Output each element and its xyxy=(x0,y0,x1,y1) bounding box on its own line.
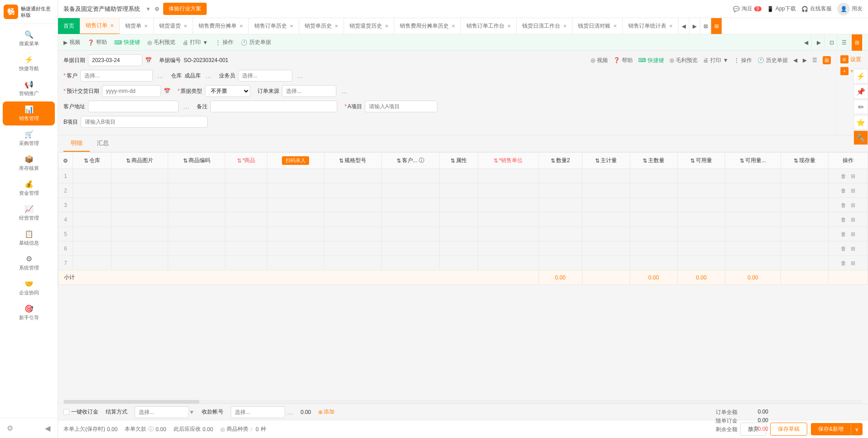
row-unit-4[interactable] xyxy=(478,227,538,241)
row-spec-2[interactable] xyxy=(324,198,381,212)
one-click-checkbox[interactable] xyxy=(63,409,69,415)
industry-solution-button[interactable]: 体验行业方案 xyxy=(163,3,207,15)
sidebar-item-7[interactable]: 📈经营管理 xyxy=(3,201,55,225)
user-item[interactable]: 👤 用友 xyxy=(837,3,863,15)
row-custcode-3[interactable] xyxy=(381,212,439,227)
staff-ellipsis[interactable]: … xyxy=(297,72,303,79)
toolbar-shortcut2[interactable]: ⌨ 快捷键 xyxy=(638,57,664,64)
tab-1[interactable]: 销售订单✕ xyxy=(80,18,120,34)
row-attr-0[interactable] xyxy=(440,169,478,183)
tab-close-4[interactable]: ✕ xyxy=(239,24,243,29)
row-attr-2[interactable] xyxy=(440,198,478,212)
account-ellipsis[interactable]: … xyxy=(287,409,293,416)
tab-close-3[interactable]: ✕ xyxy=(184,24,187,29)
sidebar-item-10[interactable]: 🤝企业协同 xyxy=(3,276,55,300)
th-unit[interactable]: ⇅ *销售单位 xyxy=(478,153,538,169)
row-qty2-5[interactable] xyxy=(538,241,582,256)
toolbar-hist2[interactable]: 🕐 历史单据 xyxy=(757,57,788,64)
row-unit-0[interactable] xyxy=(478,169,538,183)
row-copy-icon-1[interactable]: ⊞ xyxy=(851,188,855,194)
row-custcode-1[interactable] xyxy=(381,183,439,198)
warehouse-ellipsis[interactable]: … xyxy=(205,72,212,79)
customer-ellipsis[interactable]: … xyxy=(157,72,164,79)
float-btn-1[interactable]: ⚡ xyxy=(853,69,868,83)
delivery-calendar-icon[interactable]: 📅 xyxy=(164,88,170,94)
tab-close-1[interactable]: ✕ xyxy=(110,23,114,28)
row-qty2-1[interactable] xyxy=(538,183,582,198)
row-qty2-4[interactable] xyxy=(538,227,582,241)
sidebar-item-8[interactable]: 📋基础信息 xyxy=(3,226,55,250)
row-code-6[interactable] xyxy=(168,256,225,270)
order-source-input[interactable] xyxy=(282,85,336,97)
row-spec-0[interactable] xyxy=(324,169,381,183)
row-delete-icon-3[interactable]: 🗑 xyxy=(841,217,846,223)
settings-icon[interactable]: ⚙ xyxy=(4,422,16,434)
th-spec[interactable]: ⇅ 规格型号 xyxy=(324,153,381,169)
th-image[interactable]: ⇅ 商品图片 xyxy=(111,153,168,169)
row-delete-icon-6[interactable]: 🗑 xyxy=(841,260,846,266)
row-copy-icon-2[interactable]: ⊞ xyxy=(851,202,855,208)
row-warehouse-1[interactable] xyxy=(73,183,112,198)
settings-action-btn[interactable]: ⚙ 设置 xyxy=(840,54,864,64)
tab-10[interactable]: 钱货日清工作台✕ xyxy=(517,18,572,34)
row-goods-6[interactable] xyxy=(225,256,267,270)
settings-gear-icon[interactable]: ⚙ xyxy=(155,6,160,12)
tab-11[interactable]: 钱货日清对账✕ xyxy=(572,18,623,34)
float-btn-2[interactable]: 📌 xyxy=(853,84,868,99)
row-unit-5[interactable] xyxy=(478,241,538,256)
layout-grid-icon[interactable]: ⊞ xyxy=(823,56,831,64)
row-mainqty-4[interactable] xyxy=(630,227,677,241)
th-scan[interactable]: 扫码录入 xyxy=(267,153,324,169)
row-warehouse-5[interactable] xyxy=(73,241,112,256)
row-mainqty-6[interactable] xyxy=(630,256,677,270)
row-custcode-2[interactable] xyxy=(381,198,439,212)
tab-2[interactable]: 销货单✕ xyxy=(120,18,154,34)
sidebar-item-5[interactable]: 📦库存核算 xyxy=(3,151,55,175)
row-qty2-3[interactable] xyxy=(538,212,582,227)
tab-close-10[interactable]: ✕ xyxy=(563,24,567,29)
online-support-item[interactable]: 🎧 在线客服 xyxy=(801,5,832,13)
row-qty2-2[interactable] xyxy=(538,198,582,212)
toolbar-profit2[interactable]: ◎ 毛利预览 xyxy=(669,57,698,64)
sidebar-item-2[interactable]: 📢营销推广 xyxy=(3,77,55,101)
row-spec-6[interactable] xyxy=(324,256,381,270)
row-unit-2[interactable] xyxy=(478,198,538,212)
toolbar-view2[interactable]: ◎ 视频 xyxy=(591,57,608,64)
row-delete-icon-4[interactable]: 🗑 xyxy=(841,231,846,237)
staff-input[interactable] xyxy=(238,70,292,82)
nav-left-icon[interactable]: ◀ xyxy=(793,57,797,63)
row-mainqty-0[interactable] xyxy=(630,169,677,183)
th-code[interactable]: ⇅ 商品编码 xyxy=(168,153,225,169)
toolbar-history[interactable]: 🕐 历史单据 xyxy=(241,39,271,46)
tab-nav-2[interactable]: ⊠ xyxy=(700,18,711,34)
row-attr-1[interactable] xyxy=(440,183,478,198)
sidebar-item-4[interactable]: 🛒采购管理 xyxy=(3,126,55,150)
row-warehouse-6[interactable] xyxy=(73,256,112,270)
toolbar-left-arrow[interactable]: ◀ xyxy=(801,34,812,51)
toolbar-op2[interactable]: ⋮ 操作 xyxy=(734,57,752,64)
row-goods-3[interactable] xyxy=(225,212,267,227)
toolbar-right-arrow[interactable]: ▶ xyxy=(814,34,824,51)
sidebar-item-0[interactable]: 🔍搜索菜单 xyxy=(3,27,55,51)
th-stock[interactable]: ⇅ 现存量 xyxy=(781,153,828,169)
row-delete-icon-0[interactable]: 🗑 xyxy=(841,173,846,179)
row-goods-1[interactable] xyxy=(225,183,267,198)
row-spec-4[interactable] xyxy=(324,227,381,241)
toolbar-expand[interactable]: ⊡ xyxy=(826,34,837,51)
row-goods-0[interactable] xyxy=(225,169,267,183)
toolbar-print[interactable]: 🖨 打印 ▼ xyxy=(183,39,208,46)
row-unit-1[interactable] xyxy=(478,183,538,198)
calendar-icon[interactable]: 📅 xyxy=(145,57,152,63)
row-delete-icon-2[interactable]: 🗑 xyxy=(841,202,846,208)
row-goods-4[interactable] xyxy=(225,227,267,241)
tab-4[interactable]: 销售费用分摊单✕ xyxy=(193,18,249,34)
row-goods-5[interactable] xyxy=(225,241,267,256)
toolbar-grid[interactable]: ⊞ xyxy=(852,34,863,51)
th-qty2[interactable]: ⇅ 数量2 xyxy=(538,153,582,169)
add-button[interactable]: ⊕ 添加 xyxy=(318,408,335,416)
tab-nav-0[interactable]: ◀ xyxy=(679,18,689,34)
layout-list-icon[interactable]: ☰ xyxy=(812,57,817,63)
row-mainqty-3[interactable] xyxy=(630,212,677,227)
tab-close-5[interactable]: ✕ xyxy=(290,24,293,29)
address-ellipsis[interactable]: … xyxy=(183,103,189,110)
